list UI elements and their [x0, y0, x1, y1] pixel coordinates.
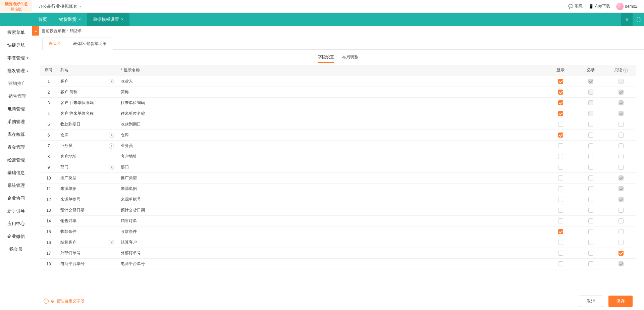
checkbox-show[interactable]	[558, 133, 563, 138]
sidebar-item-8[interactable]: 库存核算	[0, 128, 32, 141]
checkbox-readonly[interactable]	[619, 218, 624, 223]
sidebar-item-17[interactable]: 畅会员	[0, 243, 32, 256]
sidebar-item-3[interactable]: 批发管理▲	[0, 64, 32, 77]
tab-1[interactable]: 销货退货×	[53, 13, 87, 26]
cell-display-name[interactable]: 销售订单	[117, 216, 545, 226]
sidebar-item-14[interactable]: 新手引导	[0, 205, 32, 217]
cell-display-name[interactable]: 部门	[117, 162, 545, 173]
save-button[interactable]: 保存	[608, 296, 633, 307]
tabbar-close-button[interactable]: ✕	[621, 13, 633, 26]
inner-tab-0[interactable]: 表头区	[42, 38, 67, 50]
expand-icon[interactable]: ＋	[109, 143, 114, 149]
cell-display-name[interactable]: 电商平台单号	[117, 259, 545, 269]
cell-display-name[interactable]: 简称	[117, 87, 545, 98]
expand-icon[interactable]: ＋	[109, 133, 114, 138]
cell-display-name[interactable]: 来源单据号	[117, 194, 545, 205]
cell-display-name[interactable]: 仓库	[117, 130, 545, 141]
checkbox-show[interactable]	[558, 229, 563, 234]
checkbox-show[interactable]	[558, 240, 563, 245]
checkbox-required[interactable]	[588, 133, 593, 138]
sidebar-item-6[interactable]: 电商管理	[0, 103, 32, 115]
checkbox-required[interactable]	[588, 122, 593, 127]
sidebar-item-1[interactable]: 快捷导航	[0, 39, 32, 52]
checkbox-required[interactable]	[588, 154, 593, 159]
account-selector[interactable]: 办公品行业模拟账套 ▾	[38, 3, 81, 9]
fullscreen-button[interactable]: ⛶	[633, 13, 644, 26]
checkbox-readonly[interactable]	[619, 229, 624, 234]
checkbox-readonly[interactable]	[619, 240, 624, 245]
sidebar-item-9[interactable]: 资金管理	[0, 141, 32, 154]
cell-display-name[interactable]: 推广类型	[117, 173, 545, 184]
close-icon[interactable]: ×	[121, 17, 123, 22]
checkbox-required[interactable]	[588, 261, 593, 266]
checkbox-readonly[interactable]	[619, 208, 624, 213]
cell-display-name[interactable]: 收款到期日	[117, 119, 545, 130]
checkbox-readonly[interactable]	[619, 154, 624, 159]
cell-display-name[interactable]: 外部订单号	[117, 248, 545, 259]
checkbox-required[interactable]	[588, 165, 593, 170]
checkbox-required[interactable]	[588, 197, 593, 202]
sidebar-item-4[interactable]: 营销推广	[0, 77, 32, 90]
checkbox-required[interactable]	[588, 143, 593, 148]
checkbox-show[interactable]	[558, 251, 563, 256]
checkbox-required[interactable]	[588, 240, 593, 245]
expand-icon[interactable]: ＋	[109, 79, 114, 84]
checkbox-show[interactable]	[558, 186, 563, 191]
cell-display-name[interactable]: 往来单位编码	[117, 98, 545, 108]
sidebar-item-7[interactable]: 采购管理	[0, 115, 32, 128]
sidebar-item-15[interactable]: 应用中心	[0, 217, 32, 230]
sidebar-collapse-handle[interactable]: »	[32, 26, 39, 36]
checkbox-readonly[interactable]	[619, 122, 624, 127]
sidebar-item-13[interactable]: 企业协同	[0, 192, 32, 205]
checkbox-show[interactable]	[558, 208, 563, 213]
cell-display-name[interactable]: 结算客户	[117, 237, 545, 248]
sidebar-item-5[interactable]: 销售管理	[0, 90, 32, 103]
checkbox-required[interactable]	[588, 186, 593, 191]
cell-display-name[interactable]: 往来单位名称	[117, 108, 545, 119]
checkbox-readonly[interactable]	[619, 251, 624, 256]
tab-0[interactable]: 首页	[32, 13, 53, 26]
user-menu[interactable]: demo2	[616, 3, 637, 10]
checkbox-show[interactable]	[558, 111, 563, 116]
sidebar-item-0[interactable]: 搜索菜单	[0, 26, 32, 39]
checkbox-show[interactable]	[558, 154, 563, 159]
sidebar-item-11[interactable]: 基础信息	[0, 166, 32, 179]
cell-display-name[interactable]: 来源单据	[117, 184, 545, 194]
checkbox-show[interactable]	[558, 197, 563, 202]
sidebar-item-10[interactable]: 经营管理	[0, 154, 32, 166]
checkbox-show[interactable]	[558, 175, 563, 180]
checkbox-readonly[interactable]	[619, 165, 624, 170]
checkbox-required[interactable]	[588, 208, 593, 213]
cell-display-name[interactable]: 业务员	[117, 141, 545, 151]
checkbox-show[interactable]	[558, 218, 563, 223]
close-icon[interactable]: ×	[78, 17, 81, 22]
sub-tab-0[interactable]: 字段设置	[318, 54, 334, 63]
cell-display-name[interactable]: 预计交货日期	[117, 205, 545, 216]
checkbox-show[interactable]	[558, 90, 563, 95]
manage-custom-fields-link[interactable]: ? ⚙ 管理自定义字段	[44, 298, 85, 304]
expand-icon[interactable]: ＋	[109, 165, 114, 170]
checkbox-show[interactable]	[558, 165, 563, 170]
tab-2[interactable]: 单据模板设置×	[87, 13, 129, 26]
app-download-button[interactable]: 📱 App下载	[589, 3, 610, 9]
checkbox-required[interactable]	[588, 175, 593, 180]
checkbox-readonly[interactable]	[619, 133, 624, 138]
checkbox-show[interactable]	[558, 122, 563, 127]
checkbox-required[interactable]	[588, 251, 593, 256]
sidebar-item-2[interactable]: 零售管理▼	[0, 52, 32, 64]
inner-tab-1[interactable]: 表体区-销货单明细	[67, 38, 113, 50]
sidebar-item-12[interactable]: 系统管理	[0, 179, 32, 192]
cell-display-name[interactable]: 客户地址	[117, 151, 545, 162]
cancel-button[interactable]: 取消	[579, 296, 603, 307]
sub-tab-1[interactable]: 布局调整	[342, 54, 358, 63]
checkbox-required[interactable]	[588, 229, 593, 234]
checkbox-required[interactable]	[588, 218, 593, 223]
checkbox-show[interactable]	[558, 79, 563, 84]
checkbox-show[interactable]	[558, 143, 563, 148]
help-icon[interactable]: ?	[623, 68, 628, 72]
sidebar-item-16[interactable]: 企业微信	[0, 230, 32, 243]
checkbox-readonly[interactable]	[619, 143, 624, 148]
cell-display-name[interactable]: 收款条件	[117, 226, 545, 237]
checkbox-show[interactable]	[558, 261, 563, 266]
messages-button[interactable]: 💬 消息	[568, 3, 583, 9]
